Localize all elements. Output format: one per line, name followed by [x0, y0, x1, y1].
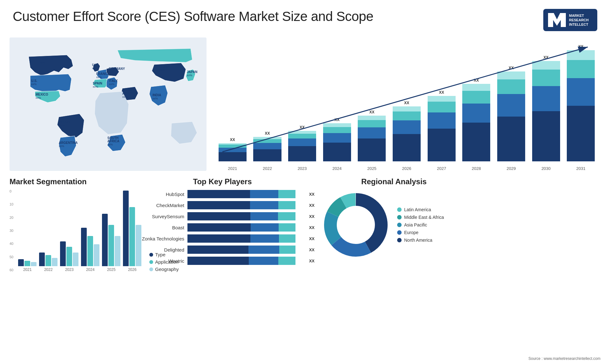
asia-pacific-color: [397, 223, 402, 227]
bar-seg-2024-1: [323, 133, 351, 143]
player-row-3: BoastXX: [130, 223, 315, 232]
player-bar-seg-3-2: [279, 223, 295, 232]
latin-america-label: Latin America: [404, 207, 431, 212]
bar-seg-2028-1: [462, 104, 490, 123]
year-label-2031: 2031: [564, 166, 597, 171]
segmentation-title: Market Segmentation: [10, 177, 124, 186]
player-bar-seg-3-1: [251, 223, 279, 232]
seg-col-2023: 2023: [60, 241, 78, 272]
seg-y-30: 30: [10, 229, 13, 233]
svg-text:MEXICO: MEXICO: [36, 93, 48, 96]
bar-top-label-2021: XX: [230, 138, 235, 142]
player-bar-seg-2-0: [187, 212, 250, 220]
bar-stack-2023: [288, 131, 316, 161]
seg-bar-2025-0: [102, 214, 108, 266]
seg-bar-2021-1: [24, 261, 30, 266]
player-row-2: SurveySensumXX: [130, 212, 315, 220]
seg-col-2021: 2021: [18, 259, 37, 272]
year-label-2021: 2021: [216, 166, 249, 171]
bar-group-2024: XX: [321, 37, 354, 161]
seg-year-2021: 2021: [23, 267, 32, 272]
player-bar-wrap-3: [187, 223, 304, 232]
player-bar-seg-0-0: [187, 190, 250, 198]
player-name-4: Zonka Technologies: [130, 236, 184, 241]
bar-seg-2028-3: [462, 84, 490, 91]
player-bar-seg-4-0: [187, 234, 250, 243]
player-bar-seg-6-0: [187, 257, 249, 265]
svg-text:INTELLECT: INTELLECT: [569, 23, 588, 26]
svg-text:BRAZIL: BRAZIL: [60, 120, 71, 124]
bar-stack-2022: [253, 137, 281, 161]
donut-chart-svg: [321, 190, 391, 260]
svg-text:xx%: xx%: [59, 145, 64, 148]
bar-group-2022: XX: [251, 37, 284, 161]
bar-seg-2021-1: [219, 148, 247, 152]
bar-top-label-2029: XX: [509, 66, 514, 70]
year-label-2027: 2027: [425, 166, 458, 171]
player-val-1: XX: [309, 203, 315, 208]
player-val-0: XX: [309, 192, 315, 197]
bar-group-2030: XX: [530, 37, 563, 161]
bar-stack-2028: [462, 84, 490, 161]
bar-seg-2028-0: [462, 123, 490, 161]
seg-bar-2021-2: [31, 262, 37, 266]
bar-group-2025: XX: [356, 37, 389, 161]
bar-seg-2024-2: [323, 127, 351, 133]
regional-section: Regional Analysis Latin America: [321, 177, 467, 272]
seg-y-40: 40: [10, 242, 13, 246]
bar-stack-2030: [532, 61, 560, 161]
svg-point-44: [337, 206, 374, 243]
svg-text:CANADA: CANADA: [40, 57, 53, 61]
bar-seg-2027-2: [428, 102, 456, 112]
player-bar-wrap-6: [187, 257, 304, 265]
bar-seg-2027-1: [428, 112, 456, 129]
player-row-5: DelightedXX: [130, 246, 315, 254]
player-row-0: HubSpotXX: [130, 190, 315, 198]
bar-seg-2027-3: [428, 96, 456, 102]
main-content: CANADA xx% U.S. xx% MEXICO xx% BRAZIL xx…: [0, 34, 610, 174]
seg-bar-2024-0: [81, 228, 87, 266]
europe-color: [397, 230, 402, 235]
svg-text:xx%: xx%: [31, 83, 37, 86]
player-bar-seg-6-1: [249, 257, 278, 265]
bar-seg-2030-3: [532, 61, 560, 70]
seg-bar-2023-1: [66, 247, 72, 266]
bar-seg-2030-1: [532, 86, 560, 111]
year-label-2024: 2024: [321, 166, 354, 171]
svg-text:xx%: xx%: [107, 143, 113, 146]
seg-bar-2023-2: [73, 253, 78, 266]
bar-seg-2023-0: [288, 146, 316, 161]
bar-seg-2029-0: [497, 117, 525, 161]
seg-y-50: 50: [10, 255, 13, 259]
bar-seg-2027-0: [428, 129, 456, 161]
seg-bar-2025-2: [115, 236, 120, 266]
player-bar-seg-5-1: [248, 246, 279, 254]
player-bar-seg-6-2: [278, 257, 295, 265]
bar-seg-2023-1: [288, 138, 316, 146]
seg-bar-2022-0: [39, 253, 45, 266]
bar-seg-2022-1: [253, 143, 281, 149]
players-list: HubSpotXXCheckMarketXXSurveySensumXXBoas…: [130, 190, 315, 265]
svg-text:xx%: xx%: [109, 71, 114, 74]
seg-col-2022: 2022: [39, 253, 58, 272]
player-bar-seg-5-2: [279, 246, 295, 254]
seg-col-2024: 2024: [81, 228, 99, 272]
world-map-svg: CANADA xx% U.S. xx% MEXICO xx% BRAZIL xx…: [10, 37, 207, 171]
legend-middle-east: Middle East & Africa: [397, 215, 444, 220]
seg-col-2025: 2025: [102, 214, 120, 272]
year-label-2029: 2029: [495, 166, 528, 171]
bar-seg-2031-1: [567, 78, 595, 106]
year-label-2030: 2030: [530, 166, 563, 171]
segmentation-section: Market Segmentation 60 50 40 30 20 10 0 …: [10, 177, 124, 272]
bar-seg-2024-0: [323, 143, 351, 161]
bar-top-label-2023: XX: [300, 125, 305, 130]
bar-top-label-2028: XX: [474, 78, 479, 83]
svg-text:ARABIA: ARABIA: [122, 92, 135, 95]
svg-text:U.S.: U.S.: [31, 79, 37, 83]
bar-group-2027: XX: [425, 37, 458, 161]
legend-latin-america: Latin America: [397, 207, 444, 212]
player-bar-seg-2-1: [250, 212, 278, 220]
bar-stack-2021: [219, 143, 247, 162]
player-row-4: Zonka TechnologiesXX: [130, 234, 315, 243]
year-label-2028: 2028: [460, 166, 493, 171]
